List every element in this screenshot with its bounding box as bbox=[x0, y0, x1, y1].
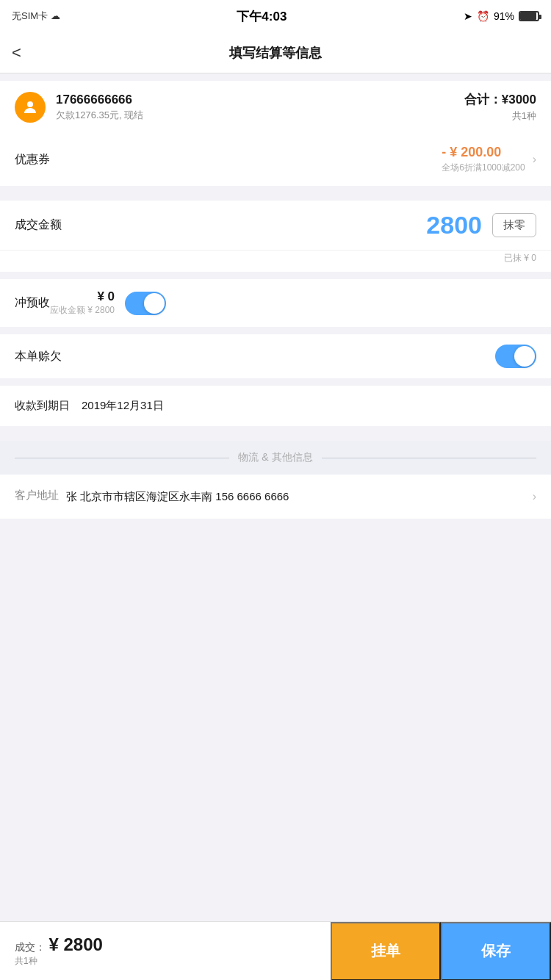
back-button[interactable]: < bbox=[12, 45, 21, 61]
prepay-row: 冲预收 ¥ 0 应收金额 ¥ 2800 bbox=[0, 279, 551, 327]
battery-bar bbox=[519, 11, 539, 21]
address-key: 客户地址 bbox=[15, 488, 66, 502]
header-line-right bbox=[322, 458, 536, 458]
save-button[interactable]: 保存 bbox=[441, 922, 551, 981]
battery-fill bbox=[520, 12, 536, 20]
coupon-label: 优惠券 bbox=[15, 152, 442, 167]
prepay-right: ¥ 0 应收金额 ¥ 2800 bbox=[50, 289, 115, 317]
deal-amount-row: 成交金额 2800 抹零 bbox=[0, 201, 551, 251]
alarm-icon: ⏰ bbox=[477, 10, 489, 22]
bottom-deal-line: 成交： ¥ 2800 bbox=[15, 934, 316, 955]
prepay-label: 冲预收 bbox=[15, 295, 50, 311]
spacer-3 bbox=[0, 433, 551, 441]
status-right: ➤ ⏰ 91% bbox=[464, 10, 539, 22]
status-left: 无SIM卡 ☁ bbox=[12, 10, 60, 23]
coupon-discount: - ¥ 200.00 bbox=[442, 145, 525, 160]
coupon-desc: 全场6折满1000减200 bbox=[442, 162, 525, 174]
prepay-toggle-knob bbox=[144, 293, 165, 314]
deal-amount-sub: 已抹 ¥ 0 bbox=[504, 253, 536, 263]
address-section: 客户地址 张 北京市市辖区海淀区永丰南 156 6666 6666 › bbox=[0, 475, 551, 519]
page-title: 填写结算等信息 bbox=[229, 44, 322, 62]
bottom-bar: 成交： ¥ 2800 共1种 挂单 保存 bbox=[0, 921, 551, 980]
header-line-left bbox=[15, 458, 229, 458]
prepay-sub: 应收金额 ¥ 2800 bbox=[50, 304, 115, 317]
avatar bbox=[15, 92, 46, 123]
total-amount: 合计：¥3000 bbox=[464, 91, 536, 108]
status-time: 下午4:03 bbox=[237, 8, 287, 25]
no-sim-text: 无SIM卡 ☁ bbox=[12, 10, 60, 23]
credit-toggle-knob bbox=[514, 346, 535, 367]
address-value: 张 北京市市辖区海淀区永丰南 156 6666 6666 bbox=[66, 488, 533, 505]
prepay-section: 冲预收 ¥ 0 应收金额 ¥ 2800 bbox=[0, 279, 551, 327]
address-row[interactable]: 客户地址 张 北京市市辖区海淀区永丰南 156 6666 6666 › bbox=[0, 475, 551, 519]
prepay-toggle[interactable] bbox=[125, 292, 166, 315]
total-value: ¥3000 bbox=[502, 93, 536, 107]
credit-row: 本单赊欠 bbox=[0, 334, 551, 378]
spacer-2 bbox=[0, 327, 551, 334]
deal-amount-section: 成交金额 2800 抹零 已抹 ¥ 0 bbox=[0, 201, 551, 272]
coupon-right: - ¥ 200.00 全场6折满1000减200 › bbox=[442, 145, 536, 174]
credit-section: 本单赊欠 bbox=[0, 334, 551, 378]
deal-amount-label: 成交金额 bbox=[15, 217, 62, 233]
battery-percent: 91% bbox=[494, 10, 514, 22]
deal-amount-value-block: 2800 抹零 bbox=[62, 211, 536, 239]
logistics-header: 物流 & 其他信息 bbox=[0, 441, 551, 475]
credit-label: 本单赊欠 bbox=[15, 349, 62, 364]
bottom-count: 共1种 bbox=[15, 955, 316, 968]
total-count: 共1种 bbox=[464, 109, 536, 123]
logistics-label: 物流 & 其他信息 bbox=[238, 451, 312, 464]
spacer-1 bbox=[0, 193, 551, 201]
deal-amount-sub-row: 已抹 ¥ 0 bbox=[0, 251, 551, 272]
round-button[interactable]: 抹零 bbox=[492, 213, 536, 237]
coupon-row[interactable]: 优惠券 - ¥ 200.00 全场6折满1000减200 › bbox=[0, 133, 551, 186]
bottom-spacer bbox=[0, 526, 551, 585]
direction-icon: ➤ bbox=[464, 10, 472, 22]
deal-amount-number: 2800 bbox=[426, 211, 482, 239]
total-label: 合计： bbox=[464, 93, 502, 107]
due-date-value: 2019年12月31日 bbox=[82, 399, 164, 413]
due-date-section: 收款到期日 2019年12月31日 bbox=[0, 386, 551, 426]
hold-button[interactable]: 挂单 bbox=[331, 922, 441, 981]
credit-toggle[interactable] bbox=[495, 345, 536, 368]
customer-row: 17666666666 欠款1276.35元, 现结 合计：¥3000 共1种 bbox=[0, 81, 551, 133]
customer-info: 17666666666 欠款1276.35元, 现结 bbox=[56, 93, 464, 122]
due-date-row: 收款到期日 2019年12月31日 bbox=[0, 386, 551, 426]
coupon-chevron: › bbox=[533, 153, 536, 166]
address-chevron: › bbox=[533, 490, 536, 503]
bottom-deal-label: 成交： bbox=[15, 941, 46, 953]
svg-point-0 bbox=[27, 101, 33, 107]
status-bar: 无SIM卡 ☁ 下午4:03 ➤ ⏰ 91% bbox=[0, 0, 551, 32]
customer-note: 欠款1276.35元, 现结 bbox=[56, 109, 464, 122]
due-date-label: 收款到期日 bbox=[15, 399, 70, 413]
bottom-amount: ¥ 2800 bbox=[48, 934, 102, 954]
coupon-info: - ¥ 200.00 全场6折满1000减200 bbox=[442, 145, 525, 174]
bottom-info: 成交： ¥ 2800 共1种 bbox=[0, 934, 331, 968]
customer-phone: 17666666666 bbox=[56, 93, 464, 107]
nav-bar: < 填写结算等信息 bbox=[0, 32, 551, 73]
customer-total: 合计：¥3000 共1种 bbox=[464, 91, 536, 123]
prepay-amount: ¥ 0 bbox=[97, 289, 115, 304]
